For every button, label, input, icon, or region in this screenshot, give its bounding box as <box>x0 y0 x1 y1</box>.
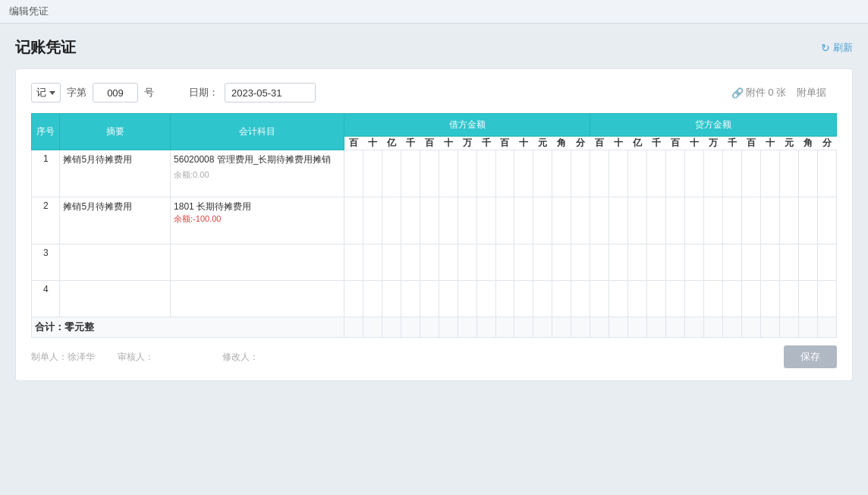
row-2-d1[interactable] <box>344 197 363 244</box>
row-2-d12[interactable] <box>552 197 571 244</box>
row-4-c6[interactable] <box>685 281 704 317</box>
row-3-d6[interactable] <box>439 244 458 281</box>
row-1-c8[interactable] <box>722 150 741 197</box>
row-1-c9[interactable] <box>741 150 760 197</box>
row-4-d1[interactable] <box>344 281 363 317</box>
row-4-d6[interactable] <box>439 281 458 317</box>
row-3-c4[interactable] <box>647 244 666 281</box>
row-4-c8[interactable] <box>722 281 741 317</box>
row-2-c11[interactable] <box>779 197 798 244</box>
row-3-d7[interactable] <box>458 244 476 281</box>
row-1-c5[interactable] <box>666 150 685 197</box>
row-3-summary[interactable] <box>60 244 171 281</box>
row-2-summary[interactable]: 摊销5月待摊费用 <box>60 197 171 244</box>
row-1-d12[interactable] <box>552 150 571 197</box>
row-2-c1[interactable] <box>590 197 609 244</box>
row-3-d11[interactable] <box>533 244 552 281</box>
voucher-type-select[interactable]: 记 <box>31 83 61 102</box>
row-4-d8[interactable] <box>476 281 495 317</box>
row-3-d2[interactable] <box>363 244 382 281</box>
row-2-d13[interactable] <box>571 197 590 244</box>
row-3-d13[interactable] <box>571 244 590 281</box>
row-3-c2[interactable] <box>609 244 628 281</box>
row-4-d10[interactable] <box>514 281 533 317</box>
row-2-d7[interactable] <box>458 197 476 244</box>
row-4-c4[interactable] <box>647 281 666 317</box>
row-2-c5[interactable] <box>666 197 685 244</box>
row-2-c2[interactable] <box>609 197 628 244</box>
refresh-button[interactable]: ↻ 刷新 <box>821 41 853 55</box>
row-4-d5[interactable] <box>420 281 439 317</box>
row-2-c3[interactable] <box>628 197 647 244</box>
row-4-c10[interactable] <box>760 281 779 317</box>
row-2-c13[interactable] <box>817 197 836 244</box>
row-2-d10[interactable] <box>514 197 533 244</box>
row-3-d4[interactable] <box>401 244 420 281</box>
row-3-c3[interactable] <box>628 244 647 281</box>
row-4-summary[interactable] <box>60 281 171 317</box>
row-4-d2[interactable] <box>363 281 382 317</box>
row-1-c1[interactable] <box>590 150 609 197</box>
row-3-c11[interactable] <box>779 244 798 281</box>
row-1-c4[interactable] <box>647 150 666 197</box>
row-2-d11[interactable] <box>533 197 552 244</box>
row-1-c11[interactable] <box>779 150 798 197</box>
row-3-d8[interactable] <box>476 244 495 281</box>
row-1-c10[interactable] <box>760 150 779 197</box>
row-4-c2[interactable] <box>609 281 628 317</box>
row-1-d11[interactable] <box>533 150 552 197</box>
row-1-d5[interactable] <box>420 150 439 197</box>
row-2-c8[interactable] <box>722 197 741 244</box>
row-3-c9[interactable] <box>741 244 760 281</box>
row-1-d1[interactable] <box>344 150 363 197</box>
row-2-d9[interactable] <box>495 197 514 244</box>
row-2-d3[interactable] <box>382 197 401 244</box>
row-1-d6[interactable] <box>439 150 458 197</box>
row-3-d3[interactable] <box>382 244 401 281</box>
row-4-d11[interactable] <box>533 281 552 317</box>
row-4-d9[interactable] <box>495 281 514 317</box>
row-2-c12[interactable] <box>798 197 817 244</box>
row-4-c12[interactable] <box>798 281 817 317</box>
row-4-d13[interactable] <box>571 281 590 317</box>
row-1-c7[interactable] <box>704 150 723 197</box>
row-1-c3[interactable] <box>628 150 647 197</box>
row-3-c13[interactable] <box>817 244 836 281</box>
row-4-c9[interactable] <box>741 281 760 317</box>
row-2-d4[interactable] <box>401 197 420 244</box>
row-3-d12[interactable] <box>552 244 571 281</box>
row-4-c5[interactable] <box>666 281 685 317</box>
row-2-d5[interactable] <box>420 197 439 244</box>
row-4-d3[interactable] <box>382 281 401 317</box>
row-2-d8[interactable] <box>476 197 495 244</box>
row-1-d2[interactable] <box>363 150 382 197</box>
save-button[interactable]: 保存 <box>784 345 837 368</box>
row-1-c2[interactable] <box>609 150 628 197</box>
row-4-d4[interactable] <box>401 281 420 317</box>
row-1-account[interactable]: 56020008 管理费用_长期待摊费用摊销 余额:0.00 <box>171 150 344 197</box>
row-1-d9[interactable] <box>495 150 514 197</box>
row-1-d8[interactable] <box>476 150 495 197</box>
row-1-c12[interactable] <box>798 150 817 197</box>
row-3-c7[interactable] <box>704 244 723 281</box>
voucher-number-input[interactable] <box>93 83 138 102</box>
row-4-c13[interactable] <box>817 281 836 317</box>
row-2-c10[interactable] <box>760 197 779 244</box>
row-2-d2[interactable] <box>363 197 382 244</box>
row-3-d10[interactable] <box>514 244 533 281</box>
row-1-d4[interactable] <box>401 150 420 197</box>
row-3-c1[interactable] <box>590 244 609 281</box>
row-3-c10[interactable] <box>760 244 779 281</box>
row-2-c4[interactable] <box>647 197 666 244</box>
row-3-c8[interactable] <box>722 244 741 281</box>
row-2-c7[interactable] <box>704 197 723 244</box>
row-1-summary[interactable]: 摊销5月待摊费用 <box>60 150 171 197</box>
row-1-d7[interactable] <box>458 150 476 197</box>
row-3-account[interactable] <box>171 244 344 281</box>
row-4-d7[interactable] <box>458 281 476 317</box>
row-3-d9[interactable] <box>495 244 514 281</box>
row-2-c6[interactable] <box>685 197 704 244</box>
attachment-link[interactable]: 🔗 附件 0 张 <box>731 86 786 99</box>
row-3-c6[interactable] <box>685 244 704 281</box>
row-4-c7[interactable] <box>704 281 723 317</box>
